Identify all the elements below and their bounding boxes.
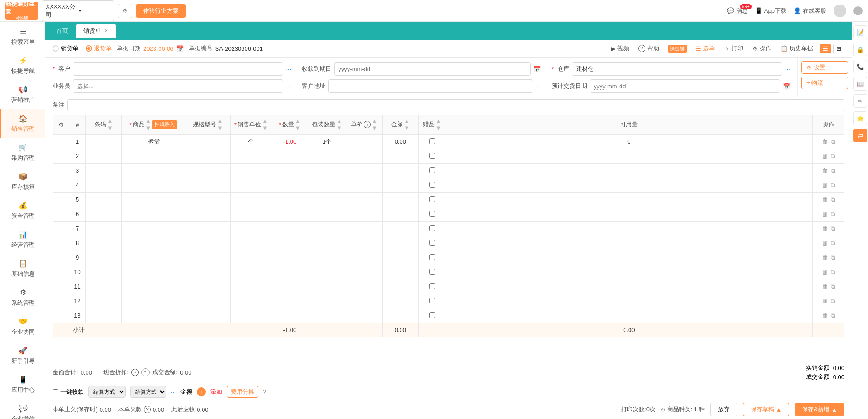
tab-sales-order[interactable]: 销货单 ✕ xyxy=(76,24,116,38)
row-product[interactable] xyxy=(122,236,185,250)
right-panel-lock-btn[interactable]: 🔒 xyxy=(853,43,867,56)
toolbar-operate-btn[interactable]: ⚙ 操作 xyxy=(750,43,774,53)
row-spec[interactable] xyxy=(185,250,231,265)
sidebar-item-marketing[interactable]: 📢 营销推广 xyxy=(0,80,45,109)
right-panel-book-btn[interactable]: 📖 xyxy=(853,77,867,91)
row-pkgqty[interactable] xyxy=(308,193,346,207)
view-list-btn[interactable]: ☰ xyxy=(820,44,831,53)
save-new-btn[interactable]: 保存&新增 ▲ xyxy=(795,403,844,416)
delete-icon[interactable]: 🗑 xyxy=(822,254,828,261)
row-amount[interactable] xyxy=(382,164,418,178)
row-qty[interactable] xyxy=(272,308,308,323)
delete-icon[interactable]: 🗑 xyxy=(822,225,828,232)
toolbar-video-btn[interactable]: ▶ 视频 xyxy=(608,43,632,53)
delete-icon[interactable]: 🗑 xyxy=(822,269,828,275)
tab-home[interactable]: 首页 xyxy=(49,24,75,38)
row-product[interactable] xyxy=(122,265,185,279)
scan-btn[interactable]: 扫码录入 xyxy=(152,120,177,129)
row-unit[interactable] xyxy=(231,222,272,236)
row-price[interactable] xyxy=(346,222,382,236)
row-spec[interactable] xyxy=(185,207,231,222)
sidebar-item-search-order[interactable]: ☰ 搜索菜单 xyxy=(0,22,45,51)
save-draft-btn[interactable]: 保存草稿 ▲ xyxy=(743,403,790,416)
row-amount[interactable] xyxy=(382,207,418,222)
sidebar-item-app-center[interactable]: 📱 应用中心 xyxy=(0,370,45,399)
settings-btn[interactable]: ⚙ 设置 xyxy=(801,61,848,74)
payment-method-select[interactable]: 结算方式 xyxy=(88,386,126,398)
row-spec[interactable] xyxy=(185,279,231,294)
row-spec[interactable] xyxy=(185,308,231,323)
row-price[interactable] xyxy=(346,250,382,265)
help-circle[interactable]: ? xyxy=(131,369,139,376)
toolbar-help-btn[interactable]: ? 帮助 xyxy=(635,43,662,53)
sidebar-item-sales-mgmt[interactable]: 🏠 销售管理 xyxy=(0,109,45,138)
sidebar-item-purchase-mgmt[interactable]: 🛒 采购管理 xyxy=(0,138,45,167)
help-icon-debt[interactable]: ? xyxy=(144,406,151,413)
delete-icon[interactable]: 🗑 xyxy=(822,182,828,188)
row-gift[interactable] xyxy=(418,178,446,193)
cost-help-icon[interactable]: ? xyxy=(263,389,266,395)
dash-icon[interactable]: — xyxy=(95,369,101,376)
avatar[interactable] xyxy=(834,5,846,17)
row-spec[interactable] xyxy=(185,294,231,308)
row-gift[interactable] xyxy=(418,193,446,207)
row-pkgqty[interactable] xyxy=(308,279,346,294)
calendar-expected-icon[interactable]: 📅 xyxy=(783,83,790,90)
row-barcode[interactable] xyxy=(86,135,122,149)
toolbar-print-btn[interactable]: 🖨 打印 xyxy=(721,43,746,53)
row-barcode[interactable] xyxy=(86,149,122,164)
row-amount[interactable] xyxy=(382,308,418,323)
right-panel-star-btn[interactable]: ⭐ xyxy=(853,111,867,125)
row-gift[interactable] xyxy=(418,279,446,294)
cost-split-btn[interactable]: 费用分摊 xyxy=(227,386,258,398)
delete-icon[interactable]: 🗑 xyxy=(822,153,828,159)
th-qty[interactable]: *数量 ▲▼ xyxy=(272,115,308,135)
th-spec[interactable]: 规格型号 ▲▼ xyxy=(185,115,231,135)
row-barcode[interactable] xyxy=(86,222,122,236)
row-gift[interactable] xyxy=(418,149,446,164)
row-spec[interactable] xyxy=(185,193,231,207)
sidebar-item-operations[interactable]: 📊 经营管理 xyxy=(0,225,45,254)
toolbar-shortcut-btn[interactable]: 快捷键 xyxy=(665,44,689,53)
row-gift[interactable] xyxy=(418,265,446,279)
row-spec[interactable] xyxy=(185,222,231,236)
copy-icon[interactable]: ⧉ xyxy=(831,153,835,159)
copy-icon[interactable]: ⧉ xyxy=(831,298,835,304)
row-gift[interactable] xyxy=(418,164,446,178)
row-pkgqty[interactable] xyxy=(308,294,346,308)
row-price[interactable] xyxy=(346,149,382,164)
row-amount[interactable] xyxy=(382,250,418,265)
row-spec[interactable] xyxy=(185,164,231,178)
copy-icon[interactable]: ⧉ xyxy=(831,138,835,145)
row-barcode[interactable] xyxy=(86,164,122,178)
row-gift[interactable] xyxy=(418,308,446,323)
sidebar-item-base-info[interactable]: 📋 基础信息 xyxy=(0,254,45,283)
message-btn[interactable]: 💬 消息 99+ xyxy=(727,7,748,15)
row-pkgqty[interactable] xyxy=(308,178,346,193)
sidebar-item-guide[interactable]: 🚀 新手引导 xyxy=(0,341,45,370)
row-product[interactable] xyxy=(122,178,185,193)
notes-input[interactable] xyxy=(67,99,844,111)
one-click-checkbox[interactable] xyxy=(53,389,58,395)
row-pkgqty[interactable] xyxy=(308,236,346,250)
row-unit[interactable] xyxy=(231,265,272,279)
warehouse-input[interactable] xyxy=(572,62,782,76)
copy-icon[interactable]: ⧉ xyxy=(831,182,835,188)
th-settings[interactable]: ⚙ xyxy=(53,115,69,135)
row-product[interactable] xyxy=(122,193,185,207)
row-barcode[interactable] xyxy=(86,250,122,265)
row-price[interactable] xyxy=(346,164,382,178)
radio-return[interactable]: 退货单 xyxy=(86,44,112,53)
row-unit[interactable]: 个 xyxy=(231,135,272,149)
customer-dots-btn[interactable]: ··· xyxy=(286,66,291,72)
row-amount[interactable] xyxy=(382,265,418,279)
row-unit[interactable] xyxy=(231,236,272,250)
sidebar-item-system[interactable]: ⚙ 系统管理 xyxy=(0,283,45,312)
row-price[interactable] xyxy=(346,294,382,308)
copy-icon[interactable]: ⧉ xyxy=(831,283,835,290)
row-amount[interactable] xyxy=(382,149,418,164)
row-qty[interactable] xyxy=(272,164,308,178)
row-barcode[interactable] xyxy=(86,265,122,279)
row-qty[interactable] xyxy=(272,250,308,265)
row-qty[interactable]: -1.00 xyxy=(272,135,308,149)
